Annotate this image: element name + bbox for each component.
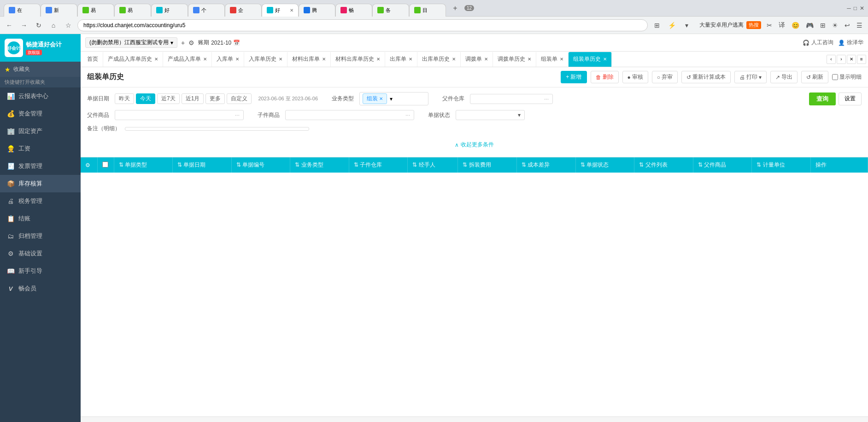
win-close-btn[interactable]: ✕ (860, 5, 864, 12)
nav-tabs-close-all[interactable]: ✕ (847, 55, 856, 64)
query-button[interactable]: 查询 (809, 92, 836, 105)
nav-tab-material-out[interactable]: 材料出库单 ✕ (287, 52, 331, 67)
forward-button[interactable]: → (18, 20, 29, 31)
date-btn-1month[interactable]: 近1月 (182, 93, 204, 104)
nav-tab-close-assembly-history[interactable]: ✕ (603, 57, 607, 62)
parent-goods-more-btn[interactable]: ··· (235, 112, 240, 118)
user-info[interactable]: 👤 徐泽华 (838, 39, 863, 46)
nav-tabs-scroll-left[interactable]: ‹ (827, 55, 836, 64)
win-minimize-btn[interactable]: ─ (847, 5, 851, 12)
status-filter-select[interactable]: ▾ (456, 110, 525, 120)
menu-icon[interactable]: ☰ (855, 21, 864, 30)
recalculate-button[interactable]: ↺ 重新计算成本 (681, 71, 731, 83)
home-button[interactable]: ⌂ (48, 20, 59, 31)
nav-tab-assembly[interactable]: 组装单 ✕ (536, 52, 569, 67)
nav-tab-material-out-history[interactable]: 材料出库单历史 ✕ (331, 52, 385, 67)
settings-icon-topbar[interactable]: ⚙ (188, 39, 194, 46)
th-handler[interactable]: ⇅ 经手人 (408, 157, 458, 173)
address-input[interactable] (77, 19, 648, 31)
back-button[interactable]: ← (4, 20, 15, 31)
nav-tab-close-material-out-history[interactable]: ✕ (376, 57, 380, 62)
sidebar-item-checkout[interactable]: 📋 结账 (0, 210, 81, 227)
grid-icon[interactable]: ⊞ (818, 21, 827, 30)
child-goods-input[interactable]: ··· (285, 110, 414, 120)
show-detail-checkbox[interactable]: 显示明细 (832, 73, 862, 81)
nav-tab-finished-in-history[interactable]: 产成品入库单历史 ✕ (103, 52, 163, 67)
date-btn-custom[interactable]: 自定义 (227, 93, 252, 104)
sidebar-item-inventory[interactable]: 📦 库存核算 (0, 175, 81, 192)
browser-tab-2[interactable]: 新 (41, 4, 77, 17)
period-selector[interactable]: 账期 2021-10 📅 (198, 39, 240, 46)
nav-tab-close-in[interactable]: ✕ (235, 57, 239, 62)
nav-tab-close-transfer[interactable]: ✕ (484, 57, 488, 62)
abandon-button[interactable]: ○ 弃审 (652, 71, 678, 83)
child-goods-more-btn[interactable]: ··· (405, 112, 410, 118)
select-all-checkbox[interactable] (102, 162, 108, 168)
reload-button[interactable]: ↻ (33, 20, 44, 31)
th-child-warehouse[interactable]: ⇅ 子件仓库 (349, 157, 408, 173)
sidebar-item-guide[interactable]: 📖 新手引导 (0, 262, 81, 280)
new-tab-button[interactable]: + (450, 3, 461, 14)
nav-tab-close-in-history[interactable]: ✕ (279, 57, 282, 62)
nav-tab-close-assembly[interactable]: ✕ (560, 57, 563, 62)
browser-tab-3[interactable]: 易 (77, 4, 114, 17)
sun-icon[interactable]: ☀ (830, 21, 840, 30)
nav-tab-assembly-history[interactable]: 组装单历史 ✕ (569, 52, 612, 67)
browser-tab-11[interactable]: 各 (372, 4, 409, 17)
approve-button[interactable]: ● 审核 (622, 71, 648, 83)
browser-tab-10[interactable]: 畅 (335, 4, 372, 17)
nav-tab-finished-in[interactable]: 产成品入库单 ✕ (163, 52, 212, 67)
nav-tab-out[interactable]: 出库单 ✕ (385, 52, 417, 67)
biz-type-tag-close[interactable]: ✕ (379, 96, 383, 101)
nav-tab-close-material-out[interactable]: ✕ (322, 57, 326, 62)
nav-tab-close-finished-in-history[interactable]: ✕ (154, 57, 158, 62)
win-maximize-btn[interactable]: □ (854, 5, 857, 12)
collapse-button[interactable]: ∧ 收起更多条件 (455, 139, 494, 150)
th-date[interactable]: ⇅ 单据日期 (173, 157, 232, 173)
parent-warehouse-input[interactable]: ··· (470, 94, 553, 104)
undo-icon[interactable]: ↩ (843, 21, 852, 30)
sidebar-collect[interactable]: ★ 收藏夹 (0, 62, 81, 77)
sidebar-item-salary[interactable]: 👷 工资 (0, 140, 81, 157)
company-selector[interactable]: (勿删勿禁用）江西服宝测试专用 ▾ (85, 37, 177, 48)
sidebar-item-tax[interactable]: 🖨 税务管理 (0, 192, 81, 210)
browser-tab-close-8[interactable]: ✕ (290, 8, 293, 13)
nav-tab-out-history[interactable]: 出库单历史 ✕ (417, 52, 461, 67)
th-number[interactable]: ⇅ 单据编号 (231, 157, 290, 173)
dropdown-icon[interactable]: ▾ (681, 20, 692, 31)
th-cost-diff[interactable]: ⇅ 成本差异 (517, 157, 576, 173)
print-button[interactable]: 🖨 打印 ▾ (734, 71, 767, 83)
date-btn-today[interactable]: 今天 (136, 93, 155, 104)
sidebar-item-asset[interactable]: 🏢 固定资产 (0, 122, 81, 140)
translate-icon[interactable]: 译 (777, 20, 787, 30)
add-button[interactable]: + 新增 (561, 71, 586, 83)
date-btn-more[interactable]: 更多 (205, 93, 225, 104)
game-icon[interactable]: 🎮 (804, 21, 815, 30)
date-btn-7days[interactable]: 近7天 (157, 93, 180, 104)
nav-tab-in-history[interactable]: 入库单历史 ✕ (244, 52, 287, 67)
th-parent-goods[interactable]: ⇅ 父件商品 (693, 157, 752, 173)
sidebar-item-invoice[interactable]: 🧾 发票管理 (0, 157, 81, 175)
nav-tab-close-finished-in[interactable]: ✕ (203, 57, 207, 62)
browser-tab-8[interactable]: 好 ✕ (262, 4, 299, 17)
nav-tab-close-transfer-history[interactable]: ✕ (528, 57, 531, 62)
th-biz-type[interactable]: ⇅ 业务类型 (290, 157, 349, 173)
remarks-input[interactable] (125, 127, 309, 131)
delete-button[interactable]: 🗑 删除 (591, 71, 619, 83)
browser-tab-12[interactable]: 目 (409, 4, 446, 17)
browser-tab-4[interactable]: 易 (114, 4, 151, 17)
browser-tab-9[interactable]: 腾 (299, 4, 335, 17)
parent-goods-input[interactable]: ··· (115, 110, 244, 120)
th-disassemble-fee[interactable]: ⇅ 拆装费用 (458, 157, 517, 173)
nav-tab-close-out-history[interactable]: ✕ (452, 57, 456, 62)
nav-tab-home[interactable]: 首页 (82, 52, 103, 67)
sidebar-item-settings[interactable]: ⚙ 基础设置 (0, 245, 81, 262)
nav-tab-transfer[interactable]: 调拨单 ✕ (461, 52, 493, 67)
browser-tab-6[interactable]: 个 (188, 4, 225, 17)
qr-icon[interactable]: ⊞ (651, 20, 663, 31)
bottom-scrollbar[interactable] (81, 416, 868, 422)
sidebar-item-archive[interactable]: 🗂 归档管理 (0, 227, 81, 245)
nav-tabs-menu[interactable]: ≡ (857, 55, 866, 64)
sidebar-item-member[interactable]: V 畅会员 (0, 280, 81, 297)
nav-tab-transfer-history[interactable]: 调拨单历史 ✕ (493, 52, 536, 67)
